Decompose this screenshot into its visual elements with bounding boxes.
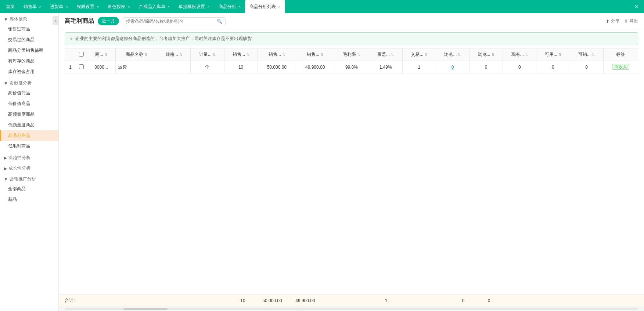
sort-browse1-icon[interactable]: ⇅ — [458, 53, 461, 57]
sidebar-item-all-goods[interactable]: 全部商品 — [0, 184, 58, 194]
cell-checkbox[interactable] — [76, 61, 87, 73]
group-overall-arrow: ▼ — [4, 17, 8, 22]
footer-sales-profit: 49,900.00 — [289, 298, 322, 303]
th-sales-amt: 销售... ⇅ — [258, 48, 296, 61]
nav-product-import[interactable]: 产成品入库单 × — [134, 0, 174, 13]
sidebar-item-in-stock[interactable]: 有库存的商品 — [0, 56, 58, 66]
nav-permission-settings[interactable]: 权限设置 × — [72, 0, 103, 13]
sort-tradecount-icon[interactable]: ⇅ — [424, 53, 427, 57]
sidebar-group-trend[interactable]: ▶ 流趋性分析 — [0, 152, 58, 162]
th-available: 可用... ⇅ — [536, 48, 570, 61]
close-permission-tab[interactable]: × — [97, 4, 99, 9]
share-button[interactable]: ⬆ 分享 — [606, 18, 620, 24]
select-all-checkbox[interactable] — [79, 52, 84, 57]
cell-unit: 个 — [191, 61, 224, 73]
sort-salesamt-icon[interactable]: ⇅ — [282, 53, 285, 57]
nav-product-analysis[interactable]: 商品分析 × — [214, 0, 245, 13]
sidebar-item-stock-capital[interactable]: 库存资金占用 — [0, 66, 58, 77]
search-input[interactable] — [126, 19, 217, 24]
sort-salesprofit-icon[interactable]: ⇅ — [320, 53, 323, 57]
sort-name-icon[interactable]: ⇅ — [144, 53, 147, 57]
cell-current-stock: 0 — [503, 61, 536, 73]
th-name: 商品名称 ⇅ — [116, 48, 157, 61]
nav-role-permission[interactable]: 角色授权 × — [103, 0, 134, 13]
scrollbar-thumb[interactable] — [123, 308, 168, 310]
sort-salesqty-icon[interactable]: ⇅ — [246, 53, 249, 57]
sidebar-item-low-margin[interactable]: 低毛利商品 — [0, 141, 58, 152]
table-container: 商... ⇅ 商品名称 ⇅ 规格... — [59, 48, 644, 294]
filter-recent-month[interactable]: 近一月 — [98, 17, 119, 25]
cell-sales-qty: 10 — [224, 61, 258, 73]
close-product-import-tab[interactable]: × — [168, 4, 170, 9]
nav-template-settings[interactable]: 单据模板设置 × — [174, 0, 214, 13]
footer-total-label: 合计: — [65, 297, 94, 304]
search-icon[interactable]: 🔍 — [217, 19, 222, 24]
table-row: 1 0000... 运费 个 10 50,000.00 49,900.00 99… — [65, 61, 638, 73]
group-growth-arrow: ▶ — [4, 166, 7, 171]
nav-product-analysis-list[interactable]: 商品分析列表 × — [245, 0, 285, 13]
share-icon: ⬆ — [606, 19, 609, 24]
close-window-button[interactable]: × — [630, 3, 643, 10]
cell-sellable: 0 — [570, 61, 603, 73]
sidebar-item-sales-goods[interactable]: 销售过商品 — [0, 24, 58, 35]
top-navigation: 首页 销售单 × 进货单 × 权限设置 × 角色授权 × 产成品入库单 × 单据… — [0, 0, 644, 13]
nav-sales[interactable]: 销售单 × — [19, 0, 46, 13]
sidebar-item-low-value[interactable]: 低价值商品 — [0, 98, 58, 109]
sidebar-item-goods-analysis[interactable]: 商品分类销售辅率 — [0, 45, 58, 56]
sidebar-group-growth[interactable]: ▶ 成长性分析 — [0, 162, 58, 173]
footer-cells: 10 50,000.00 49,900.00 1 0 0 — [94, 298, 638, 303]
close-role-tab[interactable]: × — [127, 4, 130, 9]
footer-current-stock: 0 — [450, 298, 476, 303]
nav-home[interactable]: 首页 — [1, 0, 19, 13]
sidebar-group-wealth[interactable]: ▼ 贡献度分析 — [0, 77, 58, 88]
th-num — [65, 48, 76, 61]
search-box: 🔍 — [123, 17, 226, 25]
th-browse2: 浏览... ⇅ — [469, 48, 503, 61]
sort-marginrate-icon[interactable]: ⇅ — [357, 53, 360, 57]
close-analysis-tab[interactable]: × — [238, 4, 241, 9]
sidebar-group-marketing[interactable]: ▼ 营销推广分析 — [0, 173, 58, 184]
sidebar-group-overall[interactable]: ▼ 整体信息 — [0, 13, 58, 24]
sort-browse2-icon[interactable]: ⇅ — [492, 53, 494, 57]
th-unit: 计量... ⇅ — [191, 48, 224, 61]
sidebar-collapse-button[interactable]: « — [53, 16, 58, 25]
sidebar-item-low-freq[interactable]: 低频量度商品 — [0, 120, 58, 130]
scrollbar-track — [65, 308, 638, 310]
export-button[interactable]: ⬇ 导出 — [624, 18, 638, 24]
cell-available: 0 — [536, 61, 570, 73]
sort-unit-icon[interactable]: ⇅ — [213, 53, 216, 57]
sort-spec-icon[interactable]: ⇅ — [179, 53, 182, 57]
close-template-tab[interactable]: × — [207, 4, 209, 9]
content-header: 高毛利商品 近一月 🔍 ⬆ 分享 ⬇ 导出 — [59, 13, 644, 29]
sidebar-item-traded-goods[interactable]: 交易过的商品 — [0, 35, 58, 45]
th-spec: 规格... ⇅ — [157, 48, 191, 61]
footer-sales-qty: 10 — [230, 298, 256, 303]
cell-sales-amt: 50,000.00 — [258, 61, 296, 73]
group-marketing-arrow: ▼ — [4, 177, 8, 182]
close-purchase-tab[interactable]: × — [65, 4, 68, 9]
sort-available-icon[interactable]: ⇅ — [558, 53, 561, 57]
cell-browse1[interactable]: 0 — [436, 61, 469, 73]
cell-coverage: 1.49% — [369, 61, 402, 73]
info-icon: ✧ — [69, 36, 73, 41]
th-tag: 标签 — [603, 48, 638, 61]
close-analysis-list-tab[interactable]: × — [278, 4, 280, 9]
sidebar-item-high-freq[interactable]: 高频量度商品 — [0, 109, 58, 120]
sort-currentstock-icon[interactable]: ⇅ — [525, 53, 528, 57]
horizontal-scrollbar[interactable] — [59, 307, 644, 311]
sort-coverage-icon[interactable]: ⇅ — [391, 53, 394, 57]
sidebar-item-new-goods[interactable]: 新品 — [0, 194, 58, 205]
group-wealth-arrow: ▼ — [4, 81, 8, 86]
main-area: « ▼ 整体信息 销售过商品 交易过的商品 商品分类销售辅率 有库存的商品 库存… — [0, 13, 644, 311]
close-sales-tab[interactable]: × — [39, 4, 41, 9]
footer-available: 0 — [476, 298, 502, 303]
cell-tag: 高收入 — [603, 61, 638, 73]
nav-purchase[interactable]: 进货单 × — [46, 0, 72, 13]
sort-sellable-icon[interactable]: ⇅ — [592, 53, 595, 57]
group-trend-arrow: ▶ — [4, 155, 7, 160]
th-sales-profit: 销售... ⇅ — [296, 48, 334, 61]
sort-code-icon[interactable]: ⇅ — [104, 53, 107, 57]
sidebar: « ▼ 整体信息 销售过商品 交易过的商品 商品分类销售辅率 有库存的商品 库存… — [0, 13, 59, 311]
sidebar-item-high-margin[interactable]: 高毛利商品 — [0, 130, 58, 141]
sidebar-item-high-value[interactable]: 高价值商品 — [0, 88, 58, 98]
